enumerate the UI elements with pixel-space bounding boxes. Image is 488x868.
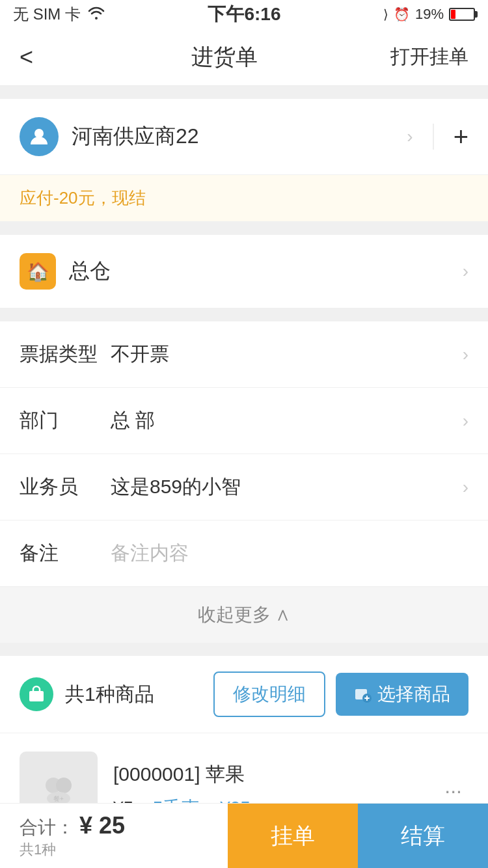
invoice-value: 不开票 — [111, 341, 463, 368]
total-amount: ¥ 25 — [79, 812, 125, 839]
total-section: 合计： ¥ 25 共1种 — [0, 812, 228, 860]
product-title: 苹果 — [206, 763, 245, 785]
supplier-name: 河南供应商22 — [72, 122, 407, 151]
wifi-icon — [87, 5, 105, 23]
products-icon — [20, 677, 53, 711]
warehouse-row[interactable]: 🏠 总仓 › — [0, 235, 488, 308]
location-icon: ⟩ — [383, 7, 388, 22]
product-name: [0000001] 苹果 — [113, 761, 438, 788]
remark-row[interactable]: 备注 备注内容 — [0, 521, 488, 586]
divider — [433, 124, 434, 150]
status-carrier: 无 SIM 卡 — [13, 4, 105, 25]
section-gap-4 — [0, 643, 488, 656]
section-gap-2 — [0, 222, 488, 235]
alarm-icon: ⏰ — [394, 7, 410, 22]
products-header: 共1种商品 修改明细 选择商品 — [0, 656, 488, 733]
total-count: 共1种 — [20, 840, 208, 860]
invoice-label: 票据类型 — [20, 341, 111, 368]
total-label: 合计： ¥ 25 — [20, 812, 208, 840]
carrier-text: 无 SIM 卡 — [13, 4, 81, 25]
select-product-button[interactable]: 选择商品 — [336, 673, 468, 716]
status-right: ⟩ ⏰ 19% — [383, 6, 475, 23]
salesperson-row[interactable]: 业务员 这是859的小智 › — [0, 454, 488, 521]
warehouse-section: 🏠 总仓 › — [0, 235, 488, 308]
status-bar: 无 SIM 卡 下午6:16 ⟩ ⏰ 19% — [0, 0, 488, 29]
department-value: 总 部 — [111, 407, 463, 434]
salesperson-chevron-icon: › — [463, 477, 468, 498]
products-count: 共1种商品 — [65, 681, 213, 708]
remark-label: 备注 — [20, 540, 111, 567]
invoice-row[interactable]: 票据类型 不开票 › — [0, 321, 488, 388]
add-supplier-button[interactable]: + — [454, 122, 468, 152]
page-title: 进货单 — [191, 42, 258, 72]
department-label: 部门 — [20, 407, 111, 434]
back-button[interactable]: < — [20, 44, 59, 71]
supplier-section: 河南供应商22 › + 应付-20元，现结 — [0, 99, 488, 222]
section-gap-3 — [0, 308, 488, 321]
battery-icon — [449, 8, 475, 21]
warehouse-icon: 🏠 — [20, 253, 56, 290]
supplier-row[interactable]: 河南供应商22 › + — [0, 99, 488, 175]
bottom-bar: 合计： ¥ 25 共1种 挂单 结算 — [0, 803, 488, 868]
salesperson-value: 这是859的小智 — [111, 474, 463, 500]
hold-button[interactable]: 挂单 — [228, 804, 358, 869]
battery-percent: 19% — [415, 6, 444, 23]
remark-placeholder[interactable]: 备注内容 — [111, 540, 468, 567]
invoice-chevron-icon: › — [463, 344, 468, 365]
warehouse-chevron-icon: › — [463, 261, 468, 282]
supplier-chevron-icon: › — [407, 126, 413, 147]
department-chevron-icon: › — [463, 411, 468, 431]
svg-rect-1 — [29, 691, 44, 701]
department-row[interactable]: 部门 总 部 › — [0, 388, 488, 454]
edit-detail-button[interactable]: 修改明细 — [213, 671, 325, 717]
nav-bar: < 进货单 打开挂单 — [0, 29, 488, 86]
supplier-avatar — [20, 117, 59, 156]
total-label-text: 合计： — [20, 815, 74, 840]
status-time: 下午6:16 — [208, 2, 280, 27]
salesperson-label: 业务员 — [20, 474, 111, 500]
select-product-label: 选择商品 — [377, 682, 450, 707]
checkout-button[interactable]: 结算 — [358, 804, 488, 869]
open-pending-button[interactable]: 打开挂单 — [390, 44, 468, 70]
product-id: [0000001] — [113, 763, 200, 785]
svg-point-5 — [56, 778, 72, 793]
home-icon: 🏠 — [27, 261, 49, 282]
notice-bar: 应付-20元，现结 — [0, 175, 488, 222]
warehouse-name: 总仓 — [69, 257, 463, 286]
section-gap-1 — [0, 86, 488, 99]
collapse-button[interactable]: 收起更多 ∧ — [0, 586, 488, 643]
svg-text:餐+: 餐+ — [53, 795, 64, 802]
svg-point-0 — [34, 129, 44, 138]
form-section: 票据类型 不开票 › 部门 总 部 › 业务员 这是859的小智 › 备注 备注… — [0, 321, 488, 586]
